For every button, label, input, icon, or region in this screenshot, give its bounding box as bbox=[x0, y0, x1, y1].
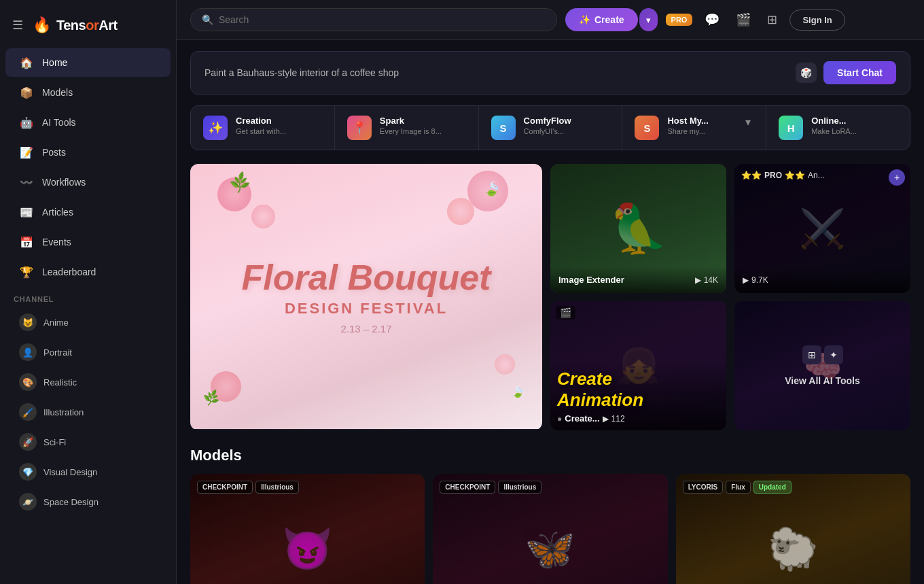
model-tag-illustrious-0: Illustrious bbox=[255, 481, 299, 494]
comfyflow-subtitle: ComfyUI's... bbox=[524, 127, 610, 135]
articles-icon: 📰 bbox=[19, 205, 34, 220]
content-area: Paint a Bauhaus-style interior of a coff… bbox=[177, 40, 924, 584]
model-emoji-1: 🦋 bbox=[525, 525, 575, 573]
view-all-background: 🧠 ⊞ ✦ View All AI Tools bbox=[734, 301, 910, 430]
spark-content: Spark Every Image is 8... bbox=[380, 116, 466, 135]
channel-label: Portrait bbox=[43, 347, 72, 358]
model-card-1[interactable]: 🦋 CHECKPOINT Illustrious bbox=[433, 474, 667, 584]
ai-tool-icon-1: ⊞ bbox=[802, 345, 821, 364]
topbar: 🔍 ✨ Create ▾ PRO 💬 🎬 ⊞ Sign In bbox=[177, 0, 924, 40]
comfyflow-content: ComfyFlow ComfyUI's... bbox=[524, 116, 610, 135]
logo-icon: 🔥 bbox=[33, 16, 51, 34]
model-tag-lycoris-2: LYCORIS bbox=[683, 481, 724, 494]
image-grid: 🌿 🍃 🌿 🍃 Floral Bouquet DESIGN FESTIVAL 2… bbox=[190, 164, 910, 430]
sidebar-item-articles[interactable]: 📰 Articles bbox=[5, 198, 171, 226]
models-grid: 😈 CHECKPOINT Illustrious 🦋 CHECKPOINT Il… bbox=[190, 474, 910, 584]
sidebar-item-events[interactable]: 📅 Events bbox=[5, 228, 171, 256]
anime-stats: ● Create... ▶ 112 bbox=[557, 413, 719, 424]
feature-card-spark[interactable]: 📍 Spark Every Image is 8... bbox=[335, 106, 479, 150]
online-title: Online... bbox=[811, 116, 898, 126]
sidebar: ☰ 🔥 TensorArt 🏠 Home 📦 Models 🤖 AI Tools… bbox=[0, 0, 177, 584]
sidebar-channel-illustration[interactable]: 🖌️ Illustration bbox=[5, 398, 171, 426]
dice-icon-button[interactable]: 🎲 bbox=[796, 63, 817, 83]
apps-icon-button[interactable]: ⊞ bbox=[763, 8, 781, 31]
model-tag-flux-2: Flux bbox=[726, 481, 751, 494]
home-icon: 🏠 bbox=[19, 55, 34, 70]
illustration-icon: 🖌️ bbox=[19, 403, 37, 421]
pro-badge[interactable]: PRO bbox=[666, 14, 693, 26]
sidebar-channel-visual-design[interactable]: 💎 Visual Design bbox=[5, 458, 171, 486]
pro-warrior-card[interactable]: ⚔️ ⭐⭐ PRO ⭐⭐ An... + ▶ 9.7K bbox=[734, 164, 910, 293]
start-chat-button[interactable]: Start Chat bbox=[823, 61, 896, 84]
create-animation-card[interactable]: 👧 🎬 CreateAnimation ● Create... ▶ 112 bbox=[550, 301, 726, 430]
subscription-icon-button[interactable]: 🎬 bbox=[732, 8, 755, 31]
sidebar-item-home[interactable]: 🏠 Home bbox=[5, 48, 171, 77]
discord-icon: 💬 bbox=[705, 12, 719, 27]
model-tag-updated-2: Updated bbox=[753, 481, 792, 494]
feature-card-comfyflow[interactable]: S ComfyFlow ComfyUI's... bbox=[479, 106, 623, 150]
realistic-icon: 🎨 bbox=[19, 373, 37, 391]
prompt-bar: Paint a Bauhaus-style interior of a coff… bbox=[190, 51, 910, 95]
sidebar-nav-label: Events bbox=[42, 237, 71, 247]
app-title: TensorArt bbox=[56, 18, 118, 33]
feature-card-online[interactable]: H Online... Make LoRA... bbox=[766, 106, 910, 150]
discord-icon-button[interactable]: 💬 bbox=[700, 8, 724, 31]
sidebar-nav-label: Articles bbox=[42, 207, 73, 218]
spark-title: Spark bbox=[380, 116, 466, 126]
models-section: Models 😈 CHECKPOINT Illustrious 🦋 bbox=[190, 447, 910, 584]
comfyflow-icon: S bbox=[491, 116, 516, 140]
sidebar-nav-label: AI Tools bbox=[42, 117, 76, 128]
workflows-icon: 〰️ bbox=[19, 175, 34, 190]
view-all-ai-tools-card[interactable]: 🧠 ⊞ ✦ View All AI Tools bbox=[734, 301, 910, 430]
sidebar-channel-space-design[interactable]: 🪐 Space Design bbox=[5, 487, 171, 516]
feature-card-creation[interactable]: ✨ Creation Get start with... bbox=[191, 106, 335, 150]
hamburger-button[interactable]: ☰ bbox=[8, 14, 27, 37]
pro-tag: PRO bbox=[764, 171, 782, 180]
an-tag: An... bbox=[808, 171, 825, 180]
sidebar-item-ai-tools[interactable]: 🤖 AI Tools bbox=[5, 108, 171, 137]
model-tags-2: LYCORIS Flux Updated bbox=[683, 481, 792, 494]
models-icon: 📦 bbox=[19, 85, 34, 100]
creation-title: Creation bbox=[236, 116, 322, 126]
create-stat: ▶ 112 bbox=[603, 414, 625, 424]
sign-in-button[interactable]: Sign In bbox=[789, 10, 845, 31]
sidebar-channel-sci-fi[interactable]: 🚀 Sci-Fi bbox=[5, 428, 171, 456]
sidebar-item-leaderboard[interactable]: 🏆 Leaderboard bbox=[5, 258, 171, 286]
spark-icon: 📍 bbox=[347, 116, 372, 140]
sidebar-item-models[interactable]: 📦 Models bbox=[5, 78, 171, 107]
search-icon: 🔍 bbox=[202, 14, 213, 25]
sidebar-channel-anime[interactable]: 😺 Anime bbox=[5, 308, 171, 337]
plus-icon-button[interactable]: + bbox=[889, 169, 905, 186]
video-icon-badge: 🎬 bbox=[556, 307, 575, 319]
grid-main-card[interactable]: 🌿 🍃 🌿 🍃 Floral Bouquet DESIGN FESTIVAL 2… bbox=[190, 164, 542, 430]
feature-card-host[interactable]: S Host My... Share my... ▾ bbox=[622, 106, 766, 150]
sidebar-channel-portrait[interactable]: 👤 Portrait bbox=[5, 338, 171, 366]
channel-label: Sci-Fi bbox=[43, 437, 66, 447]
model-card-2[interactable]: 🐑 LYCORIS Flux Updated bbox=[676, 474, 910, 584]
create-button[interactable]: ✨ Create bbox=[565, 8, 638, 31]
channel-label: Visual Design bbox=[43, 467, 97, 477]
model-tag-checkpoint-1: CHECKPOINT bbox=[440, 481, 495, 494]
sidebar-item-posts[interactable]: 📝 Posts bbox=[5, 138, 171, 167]
model-card-0[interactable]: 😈 CHECKPOINT Illustrious bbox=[190, 474, 425, 584]
play-icon-2: ▶ bbox=[743, 275, 749, 285]
search-bar[interactable]: 🔍 bbox=[190, 8, 557, 31]
sidebar-item-workflows[interactable]: 〰️ Workflows bbox=[5, 168, 171, 196]
prompt-text: Paint a Bauhaus-style interior of a coff… bbox=[205, 67, 399, 78]
sidebar-channel-realistic[interactable]: 🎨 Realistic bbox=[5, 368, 171, 396]
feature-more-button[interactable]: ▾ bbox=[743, 116, 753, 128]
search-input[interactable] bbox=[219, 14, 546, 25]
view-all-label: View All AI Tools bbox=[785, 375, 859, 386]
image-extender-card[interactable]: 🦜 Image Extender ▶ 14K bbox=[550, 164, 726, 293]
play-icon: ▶ bbox=[695, 275, 701, 285]
visual-design-icon: 💎 bbox=[19, 463, 37, 481]
create-icon: ✨ bbox=[579, 14, 590, 25]
apps-icon: ⊞ bbox=[767, 12, 777, 27]
create-label: Create bbox=[594, 14, 624, 25]
floral-main-title: Floral Bouquet bbox=[242, 258, 491, 297]
create-dropdown-button[interactable]: ▾ bbox=[639, 8, 658, 31]
floral-flower-6 bbox=[495, 354, 515, 375]
main-area: 🔍 ✨ Create ▾ PRO 💬 🎬 ⊞ Sign In Paint a B… bbox=[177, 0, 924, 584]
dice-icon: 🎲 bbox=[800, 67, 812, 78]
host-content: Host My... Share my... bbox=[667, 116, 734, 135]
